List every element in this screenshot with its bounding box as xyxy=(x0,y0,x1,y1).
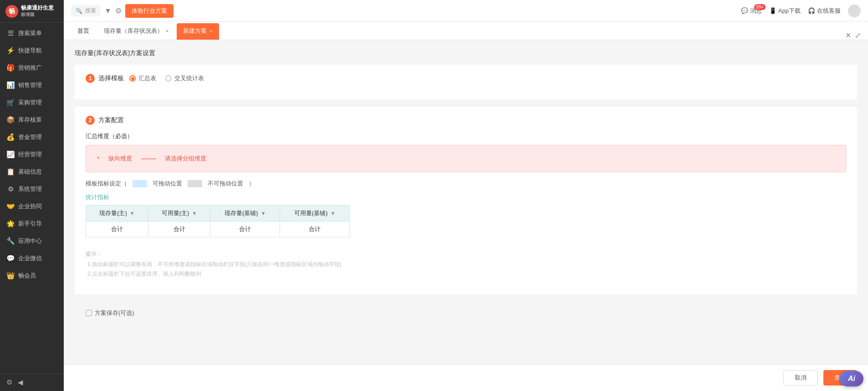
sidebar-label-appcenter: 应用中心 xyxy=(18,237,42,245)
sidebar-item-wxwork[interactable]: 💬 企业微信 xyxy=(0,250,64,267)
col-header-3[interactable]: 可用量(基辅) ▼ xyxy=(280,206,350,221)
section2-number: 2 xyxy=(86,116,95,125)
summary-radio-circle xyxy=(129,75,136,82)
settings-icon[interactable]: ⚙ xyxy=(6,378,12,386)
sidebar-item-collab[interactable]: 🤝 企业协同 xyxy=(0,198,64,215)
template-summary-option[interactable]: 汇总表 xyxy=(129,74,156,82)
indicator-setting-label: 模板指标设定（ xyxy=(86,180,127,188)
dimension-dash: —— xyxy=(141,154,156,163)
tab-inventory-close-icon[interactable]: × xyxy=(166,28,168,34)
cancel-button[interactable]: 取消 xyxy=(783,370,818,386)
sidebar-label-management: 经营管理 xyxy=(18,150,42,159)
col-1-chevron: ▼ xyxy=(192,211,197,216)
basics-icon: 📋 xyxy=(6,168,15,176)
tab-inventory-status[interactable]: 现存量（库存状况表） × xyxy=(97,23,175,40)
tab-close-window-button[interactable]: ✕ xyxy=(845,31,851,40)
sidebar-item-member[interactable]: 👑 畅会员 xyxy=(0,267,64,284)
user-avatar[interactable] xyxy=(848,5,861,17)
messages-badge: 99+ xyxy=(754,4,766,10)
col-header-1[interactable]: 可用量(主) ▼ xyxy=(148,206,210,221)
sidebar-item-sales[interactable]: 📊 销售管理 xyxy=(0,77,64,94)
sidebar-logo: 畅 畅康通好生意 标准版 xyxy=(0,0,64,23)
col-2-label: 现存量(基辅) xyxy=(225,209,258,217)
message-icon: 💬 xyxy=(741,7,748,14)
stats-section: 统计指标 现存量(主) ▼ xyxy=(86,193,846,237)
industry-plan-button[interactable]: 体验行业方案 xyxy=(125,4,174,18)
tab-new-plan[interactable]: 新建方案 × xyxy=(177,23,219,40)
cell-0-0: 合计 xyxy=(86,221,148,237)
sidebar-item-finance[interactable]: 💰 资金管理 xyxy=(0,129,64,146)
sidebar-item-appcenter[interactable]: 🔧 应用中心 xyxy=(0,232,64,250)
cross-radio-circle xyxy=(165,75,172,82)
tips-item-0: 1.拖动标题栏可以调整布局，不可跨维度或指标区域拖动栏目字段(只能在同一维度或指… xyxy=(86,261,846,268)
tips-title: 提示： xyxy=(86,250,846,258)
settings-gear-icon[interactable]: ⚙ xyxy=(115,6,122,15)
sidebar-item-marketing[interactable]: 🎁 营销推广 xyxy=(0,59,64,77)
topbar-left: 🔍 搜索 ▼ ⚙ 体验行业方案 xyxy=(71,4,735,18)
customer-service-label: 在线客服 xyxy=(817,7,841,15)
draggable-label: 可拖动位置 xyxy=(153,180,182,188)
section2-title: 方案配置 xyxy=(98,116,124,124)
sidebar-item-quicknav[interactable]: ⚡ 快捷导航 xyxy=(0,42,64,59)
sidebar-item-inventory[interactable]: 📦 库存核算 xyxy=(0,111,64,129)
tab-new-plan-label: 新建方案 xyxy=(183,27,207,35)
col-header-2[interactable]: 现存量(基辅) ▼ xyxy=(210,206,280,221)
management-icon: 📈 xyxy=(6,150,15,159)
search-bar[interactable]: 🔍 搜索 xyxy=(71,5,101,16)
save-checkbox-box xyxy=(86,310,92,316)
logo-text-block: 畅康通好生意 标准版 xyxy=(21,5,54,18)
sales-icon: 📊 xyxy=(6,81,15,89)
stats-label: 统计指标 xyxy=(86,193,846,201)
tab-home[interactable]: 首页 xyxy=(71,23,96,40)
sidebar-label-member: 畅会员 xyxy=(18,272,36,280)
purchase-icon: 🛒 xyxy=(6,98,15,107)
sidebar-label-newbie: 新手引导 xyxy=(18,220,42,228)
section1-number: 1 xyxy=(86,74,95,83)
dimension-row[interactable]: * 纵向维度 —— 请选择分组维度 xyxy=(86,145,846,172)
indicator-setting: 模板指标设定（ 可拖动位置 不可拖动位置 ） xyxy=(86,180,846,188)
save-plan-checkbox[interactable]: 方案保存(可选) xyxy=(86,309,134,317)
col-3-label: 可用量(基辅) xyxy=(294,209,328,217)
tab-expand-button[interactable]: ⤢ xyxy=(855,31,861,40)
sidebar-item-newbie[interactable]: 🌟 新手引导 xyxy=(0,215,64,232)
indicator-bracket: ） xyxy=(249,180,255,188)
app-download-label: App下载 xyxy=(778,7,801,15)
save-checkbox-label: 方案保存(可选) xyxy=(95,309,134,317)
ai-floating-button[interactable]: Ai xyxy=(840,371,863,386)
customer-service-button[interactable]: 🎧 在线客服 xyxy=(808,7,841,15)
sidebar-item-search[interactable]: ☰ 搜索菜单 xyxy=(0,25,64,42)
template-radio-group: 汇总表 交叉统计表 xyxy=(129,74,204,82)
tips-item-1: 2.点击标题栏下拉可设置排序、插入列和删除列 xyxy=(86,270,846,278)
sidebar-label-system: 系统管理 xyxy=(18,185,42,193)
col-header-0[interactable]: 现存量(主) ▼ xyxy=(86,206,148,221)
app-download-button[interactable]: 📱 App下载 xyxy=(769,7,801,15)
section2-card: 2 方案配置 汇总维度（必选） * 纵向维度 —— 请选择分组维度 模板指标设定… xyxy=(75,107,857,294)
tab-new-plan-close-icon[interactable]: × xyxy=(209,28,212,34)
sidebar-item-purchase[interactable]: 🛒 采购管理 xyxy=(0,94,64,111)
sidebar-item-system[interactable]: ⚙ 系统管理 xyxy=(0,180,64,198)
template-cross-option[interactable]: 交叉统计表 xyxy=(165,74,204,82)
cell-0-3: 合计 xyxy=(280,221,350,237)
non-draggable-badge xyxy=(188,180,202,187)
sidebar-label-purchase: 采购管理 xyxy=(18,98,42,107)
action-bar: 取消 查询 xyxy=(64,364,868,391)
col-0-label: 现存量(主) xyxy=(99,209,127,217)
required-mark: * xyxy=(97,155,99,162)
messages-button[interactable]: 💬 消息 99+ xyxy=(741,7,762,15)
topbar: 🔍 搜索 ▼ ⚙ 体验行业方案 💬 消息 99+ 📱 App下载 🎧 在线客服 xyxy=(64,0,868,22)
col-1-label: 可用量(主) xyxy=(162,209,189,217)
sidebar-item-basics[interactable]: 📋 基础信息 xyxy=(0,163,64,180)
logo-icon: 畅 xyxy=(5,5,18,18)
section1-title: 选择模板 xyxy=(98,74,124,82)
collapse-icon[interactable]: ◀ xyxy=(18,378,23,386)
mobile-icon: 📱 xyxy=(769,7,776,14)
headset-icon: 🎧 xyxy=(808,7,815,14)
gear-icon[interactable]: ▼ xyxy=(104,7,112,15)
content-footer: 方案保存(可选) xyxy=(75,302,857,324)
system-icon: ⚙ xyxy=(6,185,15,193)
non-draggable-label: 不可拖动位置 xyxy=(208,180,243,188)
app-name: 畅康通好生意 xyxy=(21,5,54,12)
col-2-chevron: ▼ xyxy=(261,211,266,216)
sidebar-item-management[interactable]: 📈 经营管理 xyxy=(0,146,64,163)
col-0-chevron: ▼ xyxy=(130,211,135,216)
